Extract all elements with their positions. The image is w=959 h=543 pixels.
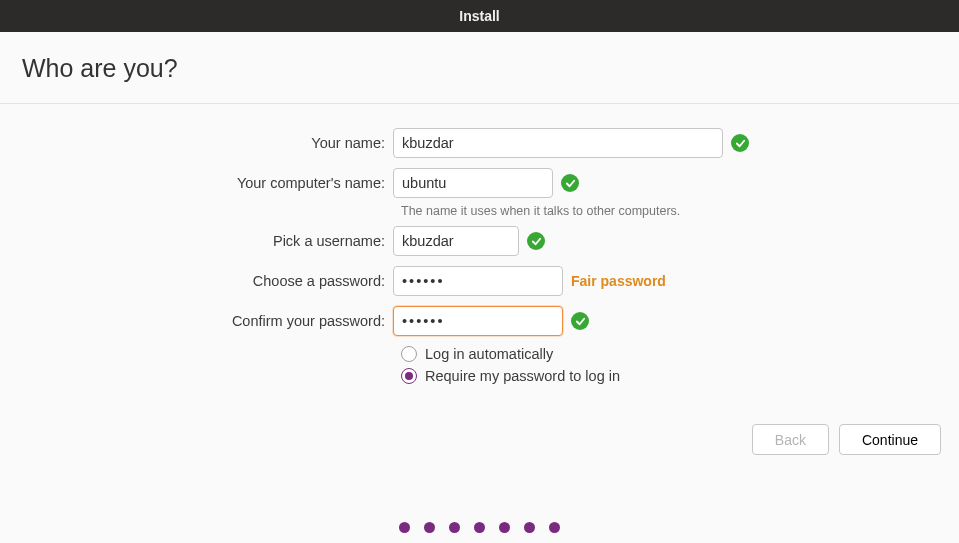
name-input[interactable] — [393, 128, 723, 158]
check-icon — [731, 134, 749, 152]
confirm-label: Confirm your password: — [0, 313, 393, 329]
continue-button[interactable]: Continue — [839, 424, 941, 455]
progress-dot — [474, 522, 485, 533]
password-input[interactable] — [393, 266, 563, 296]
check-icon — [561, 174, 579, 192]
progress-dot — [424, 522, 435, 533]
computer-label: Your computer's name: — [0, 175, 393, 191]
nav-buttons: Back Continue — [752, 424, 941, 455]
progress-dot — [524, 522, 535, 533]
computer-hint: The name it uses when it talks to other … — [0, 202, 959, 226]
check-icon — [571, 312, 589, 330]
radio-icon — [401, 346, 417, 362]
back-button[interactable]: Back — [752, 424, 829, 455]
row-confirm: Confirm your password: — [0, 306, 959, 336]
user-form: Your name: Your computer's name: The nam… — [0, 104, 959, 384]
computer-name-input[interactable] — [393, 168, 553, 198]
radio-require-label: Require my password to log in — [425, 368, 620, 384]
password-strength: Fair password — [571, 273, 666, 289]
progress-indicator — [0, 522, 959, 533]
username-label: Pick a username: — [0, 233, 393, 249]
window-title: Install — [459, 8, 499, 24]
row-username: Pick a username: — [0, 226, 959, 256]
radio-icon — [401, 368, 417, 384]
confirm-password-input[interactable] — [393, 306, 563, 336]
row-computer: Your computer's name: — [0, 168, 959, 198]
username-input[interactable] — [393, 226, 519, 256]
titlebar: Install — [0, 0, 959, 32]
progress-dot — [549, 522, 560, 533]
check-icon — [527, 232, 545, 250]
row-name: Your name: — [0, 128, 959, 158]
row-password: Choose a password: Fair password — [0, 266, 959, 296]
progress-dot — [399, 522, 410, 533]
radio-require-password[interactable]: Require my password to log in — [401, 368, 959, 384]
page-title: Who are you? — [0, 32, 959, 104]
name-label: Your name: — [0, 135, 393, 151]
radio-auto-label: Log in automatically — [425, 346, 553, 362]
radio-auto-login[interactable]: Log in automatically — [401, 346, 959, 362]
login-options: Log in automatically Require my password… — [0, 346, 959, 384]
progress-dot — [499, 522, 510, 533]
progress-dot — [449, 522, 460, 533]
password-label: Choose a password: — [0, 273, 393, 289]
